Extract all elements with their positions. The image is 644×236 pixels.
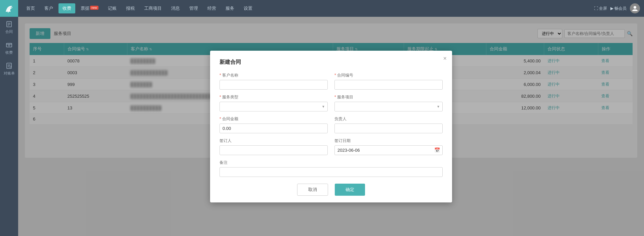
service-item-select[interactable] — [334, 102, 443, 111]
contract-amount-row: *合同金额 — [219, 116, 328, 133]
content-area: 新增 服务项目 进行中 已完成 已终止 🔍 序号 合同编 — [18, 17, 644, 236]
contract-amount-input[interactable] — [219, 124, 328, 133]
responsible-person-row: 负责人 — [334, 116, 443, 133]
service-type-label: *服务类型 — [219, 94, 328, 100]
service-type-select[interactable] — [219, 102, 328, 111]
signer-input[interactable] — [219, 145, 328, 155]
cancel-button[interactable]: 取消 — [297, 184, 328, 196]
signer-row: 签订人 — [219, 138, 328, 155]
signer-label: 签订人 — [219, 138, 328, 144]
nav-business[interactable]: 工商项目 — [140, 3, 166, 13]
service-type-select-wrapper — [219, 102, 328, 111]
topnav: 首页 客户 收费 票据new 记账 报税 工商项目 消息 管理 经营 服务 设置… — [18, 0, 644, 17]
responsible-person-input[interactable] — [334, 124, 443, 133]
service-type-row: *服务类型 — [219, 94, 328, 111]
customer-name-input[interactable] — [219, 80, 328, 90]
nav-service[interactable]: 服务 — [222, 3, 238, 13]
sidebar-item-contract-label: 合同 — [5, 29, 13, 34]
topnav-right: ⛶ 全屏 ▶ 畅会员 — [594, 3, 640, 13]
service-item-select-wrapper — [334, 102, 443, 111]
nav-tax[interactable]: 报税 — [122, 3, 139, 13]
nav-management[interactable]: 管理 — [185, 3, 202, 13]
customer-name-row: *客户名称 — [219, 73, 328, 90]
nav-bookkeeping[interactable]: 记账 — [104, 3, 121, 13]
modal-form: *客户名称 *合同编号 *服务类型 — [219, 73, 443, 177]
nav-message[interactable]: 消息 — [167, 3, 184, 13]
new-contract-modal: 新建合同 × *客户名称 *合同编号 — [210, 51, 452, 202]
sidebar: 合同 收费 对账单 — [0, 0, 18, 236]
main-area: 首页 客户 收费 票据new 记账 报税 工商项目 消息 管理 经营 服务 设置… — [18, 0, 644, 236]
contract-no-input[interactable] — [334, 80, 443, 90]
nav-operation[interactable]: 经营 — [203, 3, 220, 13]
sign-date-input[interactable] — [334, 145, 443, 155]
reconciliation-icon — [5, 62, 13, 70]
remark-label: 备注 — [219, 160, 443, 166]
contract-icon — [5, 20, 13, 28]
sign-date-label: 签订日期 — [334, 138, 443, 144]
modal-title: 新建合同 — [219, 59, 443, 66]
member-label: 畅会员 — [614, 6, 627, 11]
sign-date-wrapper: 📅 — [334, 145, 443, 155]
user-avatar[interactable] — [630, 3, 640, 13]
sidebar-item-collection-label: 收费 — [5, 50, 13, 55]
sign-date-row: 签订日期 📅 — [334, 138, 443, 155]
fullscreen-icon: ⛶ — [594, 6, 598, 11]
modal-footer: 取消 确定 — [219, 184, 443, 196]
remark-input[interactable] — [219, 167, 443, 177]
modal-overlay[interactable]: 新建合同 × *客户名称 *合同编号 — [18, 17, 644, 236]
contract-no-label: *合同编号 — [334, 73, 443, 78]
sidebar-item-reconciliation[interactable]: 对账单 — [0, 58, 18, 79]
modal-close-button[interactable]: × — [443, 55, 447, 61]
sidebar-item-contract[interactable]: 合同 — [0, 17, 18, 38]
contract-no-row: *合同编号 — [334, 73, 443, 90]
fullscreen-button[interactable]: ⛶ 全屏 — [594, 6, 607, 11]
confirm-button[interactable]: 确定 — [335, 184, 365, 196]
sidebar-item-reconciliation-label: 对账单 — [4, 71, 15, 76]
nav-invoice[interactable]: 票据new — [77, 3, 103, 13]
collection-icon — [5, 41, 13, 49]
nav-collection[interactable]: 收费 — [58, 3, 75, 13]
member-icon: ▶ — [610, 6, 613, 11]
fullscreen-label: 全屏 — [599, 6, 607, 11]
nav-customer[interactable]: 客户 — [40, 3, 57, 13]
calendar-icon: 📅 — [434, 147, 440, 153]
new-badge: new — [90, 6, 98, 10]
svg-point-11 — [634, 6, 636, 9]
remark-row: 备注 — [219, 160, 443, 177]
app-logo[interactable] — [0, 0, 18, 17]
member-button[interactable]: ▶ 畅会员 — [610, 6, 627, 11]
responsible-person-label: 负责人 — [334, 116, 443, 122]
contract-amount-label: *合同金额 — [219, 116, 328, 122]
nav-settings[interactable]: 设置 — [240, 3, 256, 13]
nav-home[interactable]: 首页 — [22, 3, 39, 13]
svg-rect-4 — [6, 43, 12, 47]
sidebar-item-collection[interactable]: 收费 — [0, 38, 18, 58]
svg-point-5 — [8, 44, 10, 46]
service-item-row: *服务项目 — [334, 94, 443, 111]
service-item-label: *服务项目 — [334, 94, 443, 100]
customer-name-label: *客户名称 — [219, 73, 328, 78]
